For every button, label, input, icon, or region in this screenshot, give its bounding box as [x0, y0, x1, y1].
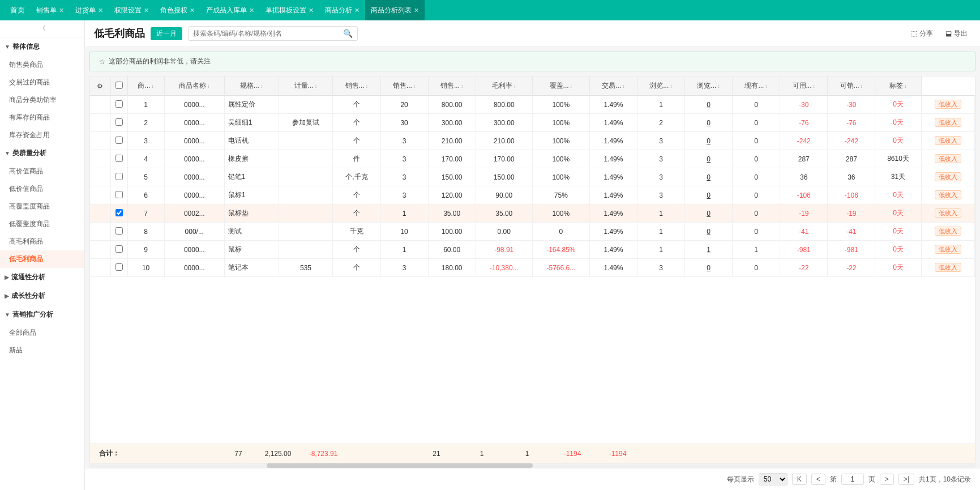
row-browse1[interactable]: 0: [685, 96, 733, 114]
page-number-input[interactable]: [841, 474, 864, 485]
row-checkbox[interactable]: [115, 263, 123, 271]
row-name[interactable]: 属性定价: [224, 96, 279, 114]
sidebar-section-liquidity[interactable]: ▶ 流通性分析: [0, 268, 84, 287]
col-tag[interactable]: 标签↕: [875, 76, 921, 96]
col-sales-amount[interactable]: 销售...↕: [380, 76, 428, 96]
row-browse1[interactable]: 1: [685, 241, 733, 259]
sidebar-item-low-coverage[interactable]: 低覆盖度商品: [0, 215, 84, 233]
row-name[interactable]: 铅笔1: [224, 168, 279, 186]
row-browse1[interactable]: 0: [685, 168, 733, 186]
sidebar-item-high-margin[interactable]: 高毛利商品: [0, 233, 84, 250]
first-page-btn[interactable]: K: [792, 474, 807, 485]
col-coverage[interactable]: 覆盖...↕: [532, 76, 589, 96]
col-name[interactable]: 商品名称↕: [164, 76, 224, 96]
last-page-btn[interactable]: >|: [898, 474, 914, 485]
sidebar-item-new-goods[interactable]: 新品: [0, 342, 84, 359]
row-checkbox[interactable]: [115, 100, 123, 108]
sidebar-section-overview[interactable]: ▼ 整体信息: [0, 37, 84, 56]
sidebar-section-cluster[interactable]: ▼ 类群量分析: [0, 144, 84, 163]
col-browse1[interactable]: 浏览...↕: [637, 76, 684, 96]
row-check[interactable]: [110, 96, 127, 114]
close-sales-icon[interactable]: ✕: [59, 7, 64, 14]
row-checkbox[interactable]: [115, 191, 123, 198]
sidebar-item-traded-goods[interactable]: 交易过的商品: [0, 74, 84, 91]
row-browse1[interactable]: 0: [685, 223, 733, 241]
col-unit[interactable]: 计量...↕: [279, 76, 333, 96]
sidebar-item-stock-goods[interactable]: 有库存的商品: [0, 109, 84, 126]
row-name[interactable]: 电话机: [224, 132, 279, 150]
row-checkbox[interactable]: [115, 245, 123, 253]
row-browse1[interactable]: 0: [685, 114, 733, 132]
close-analysis-icon[interactable]: ✕: [354, 7, 360, 14]
row-name[interactable]: 鼠标1: [224, 186, 279, 204]
sidebar-item-category-rate[interactable]: 商品分类助销率: [0, 91, 84, 109]
close-purchase-icon[interactable]: ✕: [98, 7, 103, 14]
row-check[interactable]: [110, 168, 127, 186]
row-check[interactable]: [110, 132, 127, 150]
sidebar-item-low-value[interactable]: 低价值商品: [0, 180, 84, 198]
col-settings[interactable]: ⚙: [90, 76, 110, 96]
row-name[interactable]: 吴细细1: [224, 114, 279, 132]
col-gross-rate[interactable]: 毛利率↕: [476, 76, 532, 96]
close-analysis-list-icon[interactable]: ✕: [414, 7, 419, 14]
search-input[interactable]: [193, 29, 343, 37]
scrollbar-thumb[interactable]: [267, 463, 533, 468]
nav-item-role[interactable]: 角色授权 ✕: [155, 0, 200, 20]
share-button[interactable]: ⬚ 分享: [908, 27, 936, 41]
sidebar-item-all-goods[interactable]: 全部商品: [0, 324, 84, 342]
col-current-stock[interactable]: 现有...↕: [733, 76, 780, 96]
sidebar-item-stock-capital[interactable]: 库存资金占用: [0, 126, 84, 144]
close-role-icon[interactable]: ✕: [190, 7, 195, 14]
row-checkbox[interactable]: [115, 227, 123, 235]
select-all-checkbox[interactable]: [115, 82, 123, 89]
row-browse1[interactable]: 0: [685, 259, 733, 277]
nav-item-permission[interactable]: 权限设置 ✕: [109, 0, 155, 20]
row-check[interactable]: [110, 223, 127, 241]
sidebar-item-high-coverage[interactable]: 高覆盖度商品: [0, 198, 84, 215]
col-sales-qty[interactable]: 销售...↕: [333, 76, 380, 96]
sidebar-collapse-btn[interactable]: 《: [0, 20, 84, 37]
horizontal-scrollbar[interactable]: [89, 463, 975, 468]
close-permission-icon[interactable]: ✕: [144, 7, 149, 14]
col-sellable[interactable]: 可销...↕: [828, 76, 875, 96]
row-check[interactable]: [110, 114, 127, 132]
prev-page-btn[interactable]: <: [811, 474, 825, 485]
date-filter-btn[interactable]: 近一月: [151, 27, 182, 40]
sidebar-item-sales-goods[interactable]: 销售类商品: [0, 56, 84, 74]
nav-item-sales[interactable]: 销售单 ✕: [31, 0, 70, 20]
row-name[interactable]: 鼠标: [224, 241, 279, 259]
row-check[interactable]: [110, 241, 127, 259]
row-checkbox[interactable]: [115, 173, 123, 180]
sidebar-section-growth[interactable]: ▶ 成长性分析: [0, 287, 84, 305]
col-code[interactable]: 商...↕: [127, 76, 164, 96]
row-browse1[interactable]: 0: [685, 186, 733, 204]
export-button[interactable]: ⬓ 导出: [942, 27, 971, 41]
col-spec[interactable]: 规格...↕: [224, 76, 279, 96]
per-page-select[interactable]: 50 100 200: [759, 473, 788, 485]
col-available[interactable]: 可用...↕: [780, 76, 828, 96]
close-template-icon[interactable]: ✕: [309, 7, 314, 14]
nav-item-purchase[interactable]: 进货单 ✕: [70, 0, 109, 20]
nav-item-product-in[interactable]: 产成品入库单 ✕: [200, 0, 260, 20]
nav-item-template[interactable]: 单据模板设置 ✕: [260, 0, 319, 20]
col-sales-profit[interactable]: 销售...↕: [428, 76, 476, 96]
col-trade[interactable]: 交易...↕: [589, 76, 637, 96]
row-browse1[interactable]: 0: [685, 150, 733, 168]
next-page-btn[interactable]: >: [880, 474, 894, 485]
row-browse1[interactable]: 0: [685, 204, 733, 223]
col-check[interactable]: [110, 76, 127, 96]
row-name[interactable]: 橡皮擦: [224, 150, 279, 168]
row-name[interactable]: 鼠标垫: [224, 204, 279, 223]
row-name[interactable]: 测试: [224, 223, 279, 241]
row-checkbox[interactable]: [115, 155, 123, 162]
row-check[interactable]: [110, 259, 127, 277]
sidebar-item-low-margin[interactable]: 低毛利商品: [0, 250, 84, 268]
sidebar-section-marketing[interactable]: ▼ 营销推广分析: [0, 305, 84, 324]
nav-item-analysis-list[interactable]: 商品分析列表 ✕: [365, 0, 425, 20]
row-checkbox[interactable]: [115, 209, 123, 216]
row-checkbox[interactable]: [115, 118, 123, 126]
row-checkbox[interactable]: [115, 137, 123, 144]
row-check[interactable]: [110, 204, 127, 223]
close-product-in-icon[interactable]: ✕: [249, 7, 254, 14]
row-check[interactable]: [110, 150, 127, 168]
